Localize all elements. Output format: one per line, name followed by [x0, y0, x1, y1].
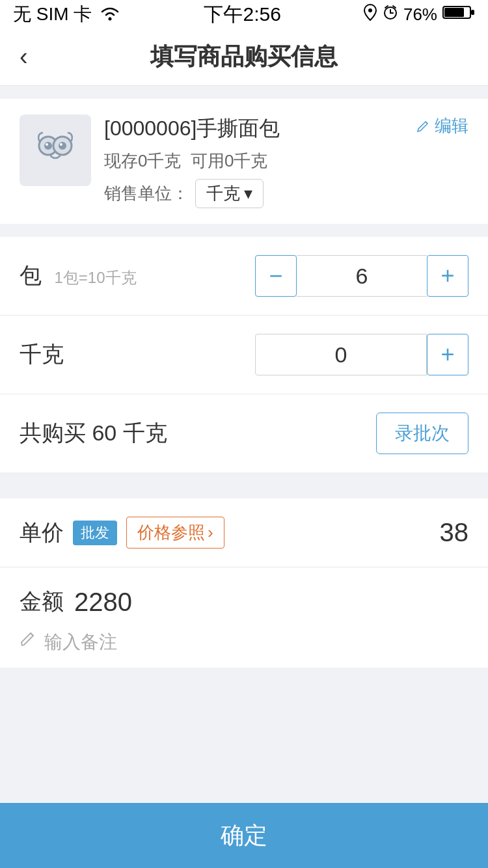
kg-controls: + [255, 334, 468, 375]
kg-row: 千克 + [0, 316, 488, 394]
product-card: [0000006]手撕面包 现存0千克 可用0千克 销售单位： 千克 ▾ 编辑 [0, 99, 488, 224]
svg-point-11 [59, 142, 66, 150]
remark-placeholder: 输入备注 [44, 630, 117, 655]
svg-point-13 [60, 143, 62, 146]
kg-plus-button[interactable]: + [427, 334, 468, 375]
price-label: 单价 [20, 518, 64, 548]
edit-button[interactable]: 编辑 [415, 115, 468, 137]
package-input[interactable] [297, 255, 427, 297]
sim-text: 无 SIM 卡 [13, 2, 92, 27]
kg-input[interactable] [255, 334, 427, 375]
amount-value: 2280 [74, 588, 132, 617]
product-thumbnail [33, 128, 78, 174]
svg-point-12 [46, 143, 48, 146]
amount-section: 金额 2280 输入备注 [0, 567, 488, 668]
input-section: 包 1包=10千克 − + 千克 + 共购买 60 千克 录批次 [0, 237, 488, 472]
product-name: [0000006]手撕面包 [104, 115, 468, 143]
package-controls: − + [255, 255, 468, 297]
amount-row: 金额 2280 [20, 587, 468, 617]
package-hint: 1包=10千克 [54, 269, 136, 286]
confirm-button[interactable]: 确定 [0, 803, 488, 868]
price-value: 38 [440, 518, 469, 547]
svg-rect-6 [444, 8, 464, 17]
nav-bar: ‹ 填写商品购买信息 [0, 29, 488, 86]
divider-1 [0, 224, 488, 237]
chevron-down-icon: ▾ [244, 183, 252, 204]
price-section: 单价 批发 价格参照 › 38 [0, 498, 488, 567]
status-left: 无 SIM 卡 [13, 2, 122, 27]
pencil-icon [20, 631, 38, 654]
price-ref-arrow: › [208, 522, 213, 543]
kg-label: 千克 [20, 340, 255, 370]
battery-percent: 76% [403, 5, 437, 25]
location-icon [363, 4, 377, 25]
unit-select[interactable]: 千克 ▾ [195, 179, 264, 208]
divider-2 [0, 472, 488, 485]
product-stock: 现存0千克 可用0千克 [104, 150, 468, 172]
amount-label: 金额 [20, 587, 64, 617]
price-row: 单价 批发 价格参照 › 38 [0, 498, 488, 567]
alarm-icon [383, 4, 398, 25]
price-ref-button[interactable]: 价格参照 › [126, 517, 224, 549]
svg-point-0 [109, 17, 112, 20]
package-minus-button[interactable]: − [255, 255, 297, 297]
package-label: 包 1包=10千克 [20, 261, 255, 291]
summary-text: 共购买 60 千克 [20, 418, 167, 448]
product-info: [0000006]手撕面包 现存0千克 可用0千克 销售单位： 千克 ▾ [104, 115, 468, 208]
svg-point-1 [368, 8, 372, 12]
product-unit: 销售单位： 千克 ▾ [104, 179, 468, 208]
svg-point-10 [44, 142, 52, 150]
svg-rect-7 [471, 10, 474, 15]
wifi-icon [98, 4, 122, 25]
batch-button[interactable]: 录批次 [376, 413, 468, 454]
product-image [20, 115, 91, 186]
back-button[interactable]: ‹ [20, 43, 28, 71]
page-title: 填写商品购买信息 [150, 41, 338, 73]
status-bar: 无 SIM 卡 下午2:56 76 [0, 0, 488, 29]
status-time: 下午2:56 [204, 1, 280, 28]
remark-row[interactable]: 输入备注 [20, 630, 468, 655]
status-right: 76% [363, 4, 475, 25]
price-badge: 批发 [73, 521, 117, 545]
summary-row: 共购买 60 千克 录批次 [0, 394, 488, 472]
battery-icon [442, 5, 475, 25]
package-row: 包 1包=10千克 − + [0, 237, 488, 316]
package-plus-button[interactable]: + [427, 255, 468, 297]
